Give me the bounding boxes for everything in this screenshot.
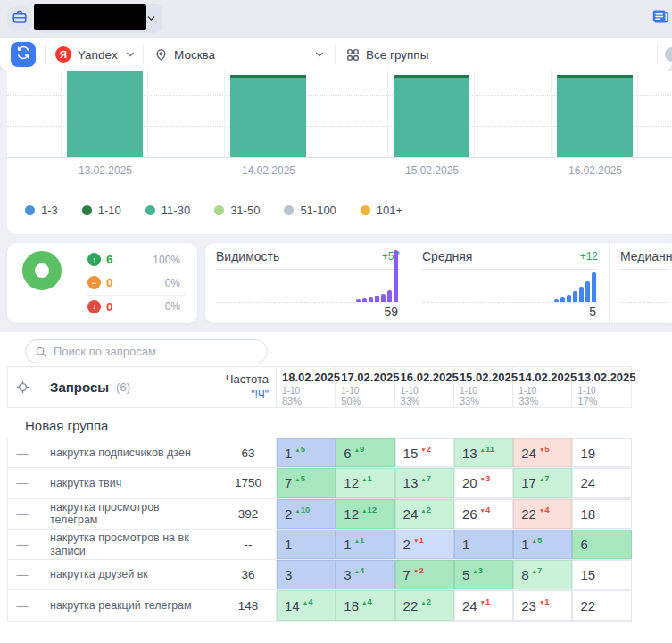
position-bar[interactable] [557,78,633,157]
header-date: 16.02.2025 [401,371,453,384]
position-bar[interactable] [394,78,469,157]
header-range: 1-10 [519,386,571,396]
stat-percent: 0% [165,277,186,289]
delta-up: ▲5 [295,444,305,454]
position-cell: 1▲5 [513,530,572,560]
position-value: 1 [344,537,351,552]
legend-dot-icon [214,205,224,215]
news-feed-button[interactable] [649,6,672,29]
position-cell: 13▲11 [454,438,513,468]
region-selector[interactable]: Москва [154,38,326,71]
query-cell[interactable]: накрутка подписчиков дзен [37,438,220,468]
position-value: 18 [344,598,359,614]
row-drag-handle[interactable]: — [7,530,37,560]
position-value: 14 [285,598,300,614]
position-cell: 15 [572,560,631,590]
row-drag-handle[interactable]: — [7,438,37,468]
row-drag-handle[interactable]: — [7,590,37,621]
query-cell[interactable]: накрутка просмотров телеграм [37,499,220,530]
position-value: 12 [344,506,359,522]
query-cell[interactable]: накрутка реакций телеграм [37,590,220,621]
query-cell[interactable]: накрутка просмотров на вк записи [37,530,220,560]
metric-видимость: Видимость+5759 [205,243,411,323]
sparkline-bar [579,287,584,302]
position-value: 26 [462,506,477,522]
row-drag-handle[interactable]: — [7,560,37,590]
legend-item[interactable]: 1-10 [82,204,121,217]
date-column-header[interactable]: 15.02.20251-1033% [454,367,513,408]
frequency-label: Частота [220,372,269,386]
frequency-cell: 1750 [220,468,277,498]
legend-item[interactable]: 1-3 [25,204,58,217]
group-label[interactable]: Новая группа [25,418,108,433]
stat-value: 6 [106,253,113,266]
search-input[interactable] [54,345,258,358]
date-column-header[interactable]: 14.02.20251-1033% [513,367,572,408]
chart-date-band: 14.02.2025 [224,71,311,157]
query-cell[interactable]: накрутка твич [37,468,220,498]
metric-value: 5 [589,305,596,319]
search-engine-label: Yandex [78,48,118,62]
date-column-header[interactable]: 16.02.20251-1033% [395,367,454,408]
donut-stat-row: −00% [87,271,186,295]
header-date: 15.02.2025 [460,371,512,384]
position-cell: 22 [572,590,631,621]
sparkline-bar [560,297,565,302]
date-column-header[interactable]: 17.02.20251-1050% [336,367,394,408]
toolbar-right-button[interactable] [665,47,672,62]
position-cell: 8▲7 [513,560,572,590]
groups-selector[interactable]: Все группы [346,38,428,71]
search-box [25,339,268,363]
queries-column-header[interactable]: Запросы (6) [37,367,220,408]
frequency-mode[interactable]: "!Ч" [220,388,269,401]
position-cell: 7▼2 [395,560,454,590]
query-cell[interactable]: накрутка друзей вк [37,560,220,590]
table-row: —накрутка твич17507▲512▲113▲720▼317▲724 [7,468,632,498]
chart-axis [7,157,672,158]
delta-up: ▲7 [532,565,543,575]
position-cell: 13▲7 [395,468,454,498]
legend-dot-icon [25,205,35,215]
triangle-down-icon: ▼ [539,507,544,514]
stat-value: 0 [106,276,113,289]
position-cell: 7▲5 [277,468,336,498]
search-engine-selector[interactable]: Я Yandex [55,38,137,71]
legend-item[interactable]: 11-30 [145,204,190,217]
row-drag-handle[interactable]: — [7,499,37,530]
projects-button[interactable] [7,6,32,31]
position-bar[interactable] [67,71,143,157]
triangle-up-icon: ▲ [354,568,360,574]
target-column-header[interactable] [7,367,37,408]
sparkline-bar [381,294,386,302]
row-drag-handle[interactable]: — [7,468,37,498]
legend-item[interactable]: 51-100 [284,204,336,217]
legend-item[interactable]: 31-50 [214,204,260,217]
date-column-header[interactable]: 18.02.20251-1083% [277,367,336,408]
legend-label: 11-30 [162,204,190,217]
triangle-up-icon: ▲ [539,476,544,482]
project-selector[interactable] [36,4,162,33]
queries-count: (6) [116,380,130,394]
triangle-up-icon: ▲ [361,476,367,482]
position-value: 6 [344,446,351,461]
header-date: 17.02.2025 [341,371,394,384]
triangle-up-icon: ▲ [295,447,300,453]
legend-item[interactable]: 101+ [361,204,402,217]
metric-медианна: Медианна [609,243,672,323]
delta-down: ▼3 [480,473,491,483]
chart-date-label: 14.02.2025 [216,164,321,177]
frequency-cell: 36 [220,560,277,590]
legend-dot-icon [284,205,294,215]
metric-baseline [216,302,400,303]
refresh-button[interactable] [11,42,36,67]
date-column-header[interactable]: 13.02.20251-1017% [572,367,631,408]
position-bar[interactable] [230,78,306,157]
location-pin-icon [154,48,168,62]
position-cell: 24▼1 [454,590,513,621]
chart-date-label: 16.02.2025 [543,164,648,177]
triangle-down-icon: ▼ [480,476,485,482]
position-cell: 12▲12 [336,499,394,530]
header-range: 1-10 [341,386,394,396]
triangle-up-icon: ▲ [361,507,367,514]
chart-date-band: 13.02.2025 [61,71,148,157]
